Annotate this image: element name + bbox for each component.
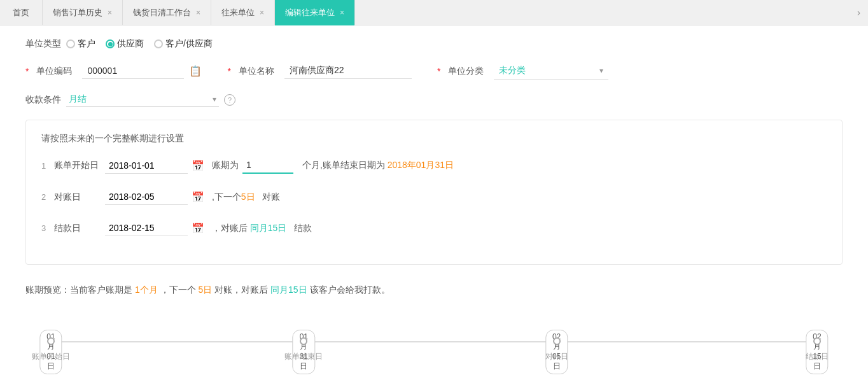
timeline-label-0: 账单开始日 bbox=[32, 351, 70, 362]
timeline-dot-1 bbox=[300, 337, 307, 345]
timeline: 01月01日 账单开始日 01月31日 账单结束日 02月05日 对账日 bbox=[25, 304, 843, 374]
unit-type-row: 单位类型 客户 供应商 客户/供应商 bbox=[25, 38, 843, 50]
tab-cash-work-label: 钱货日清工作台 bbox=[133, 7, 191, 18]
unit-code-group: * 单位编码 📋 bbox=[25, 63, 202, 79]
period-num-1: 1 bbox=[41, 161, 54, 171]
period-label-3: 结款日 bbox=[54, 223, 105, 234]
period-end-date: 2018年01月31日 bbox=[388, 160, 454, 171]
tab-sales-history-label: 销售订单历史 bbox=[53, 7, 102, 18]
unit-name-label: 单位名称 bbox=[239, 66, 274, 77]
radio-both[interactable]: 客户/供应商 bbox=[154, 38, 213, 50]
period-row-3: 3 结款日 📅 ，对账后 同月15日 结款 bbox=[41, 220, 827, 236]
tab-home-label: 首页 bbox=[13, 7, 29, 18]
unit-name-required: * bbox=[227, 66, 230, 76]
period-cal-1[interactable]: 📅 bbox=[192, 160, 204, 172]
summary-suffix: 该客户会给我打款。 bbox=[310, 285, 390, 295]
unit-code-icon[interactable]: 📋 bbox=[189, 65, 202, 77]
summary-highlight-2: 5日 bbox=[198, 285, 212, 295]
unit-category-arrow: ▾ bbox=[599, 66, 603, 75]
timeline-dot-0 bbox=[47, 337, 55, 345]
period-label-2: 对账日 bbox=[54, 192, 105, 203]
period-title: 请按照未来的一个完整帐期进行设置 bbox=[41, 133, 827, 144]
payment-terms-dropdown[interactable]: 月结 ▾ bbox=[66, 92, 219, 107]
tab-scroll-arrow[interactable]: › bbox=[850, 7, 868, 18]
unit-category-value: 未分类 bbox=[499, 65, 599, 76]
period-date-3[interactable] bbox=[105, 220, 188, 236]
tab-home[interactable]: 首页 bbox=[0, 0, 43, 25]
period-row-1: 1 账单开始日 📅 账期为 个月,账单结束日期为 2018年01月31日 bbox=[41, 157, 827, 174]
period-desc-1a: 账期为 bbox=[209, 160, 239, 171]
summary-bar: 账期预览：当前客户账期是 1个月 ，下一个 5日 对账，对账后 同月15日 该客… bbox=[25, 275, 843, 304]
tab-edit-partner[interactable]: 编辑往来单位 × bbox=[275, 0, 355, 25]
period-date-1[interactable] bbox=[105, 158, 188, 174]
payment-terms-row: 收款条件 月结 ▾ ? bbox=[25, 92, 843, 107]
unit-code-required: * bbox=[25, 66, 29, 76]
tab-bar: 首页 销售订单历史 × 钱货日清工作台 × 往来单位 × 编辑往来单位 × › bbox=[0, 0, 868, 25]
period-num-2: 2 bbox=[41, 192, 54, 202]
period-reconcile-highlight: 5日 bbox=[241, 192, 255, 203]
tab-edit-partner-close[interactable]: × bbox=[340, 8, 344, 17]
tab-sales-history-close[interactable]: × bbox=[108, 8, 112, 17]
unit-category-group: * 单位分类 未分类 ▾ bbox=[437, 62, 608, 80]
period-cal-3[interactable]: 📅 bbox=[192, 222, 204, 234]
tab-cash-work-close[interactable]: × bbox=[196, 8, 200, 17]
summary-prefix: 账期预览：当前客户账期是 bbox=[25, 285, 132, 295]
tab-partners[interactable]: 往来单位 × bbox=[211, 0, 275, 25]
unit-name-input[interactable] bbox=[284, 63, 412, 79]
summary-highlight-3: 同月15日 bbox=[270, 285, 307, 295]
timeline-line bbox=[51, 341, 817, 342]
period-label-1: 账单开始日 bbox=[54, 160, 105, 171]
period-months-input[interactable] bbox=[242, 157, 293, 174]
summary-mid-2: 对账，对账后 bbox=[214, 285, 268, 295]
timeline-label-3: 结款日 bbox=[806, 351, 829, 362]
payment-terms-help[interactable]: ? bbox=[224, 94, 235, 106]
summary-highlight-1: 1个月 bbox=[135, 285, 158, 295]
payment-terms-label: 收款条件 bbox=[25, 94, 61, 106]
radio-supplier-label: 供应商 bbox=[117, 38, 144, 50]
timeline-dot-3 bbox=[813, 337, 821, 345]
radio-both-label: 客户/供应商 bbox=[165, 38, 213, 50]
radio-customer-label: 客户 bbox=[78, 38, 95, 50]
unit-category-required: * bbox=[437, 66, 440, 76]
tab-cash-work[interactable]: 钱货日清工作台 × bbox=[123, 0, 211, 25]
period-desc-2a: ,下一个 bbox=[209, 192, 241, 203]
radio-supplier[interactable]: 供应商 bbox=[106, 38, 144, 50]
radio-customer[interactable]: 客户 bbox=[66, 38, 95, 50]
payment-terms-value: 月结 bbox=[69, 94, 213, 105]
radio-customer-circle bbox=[66, 39, 75, 48]
tab-partners-label: 往来单位 bbox=[221, 7, 255, 18]
main-content: 单位类型 客户 供应商 客户/供应商 * 单位编码 📋 * 单位名称 bbox=[0, 25, 868, 387]
period-desc-2b: 对账 bbox=[260, 192, 281, 203]
period-desc-3b: 结款 bbox=[291, 223, 312, 234]
unit-type-radio-group: 客户 供应商 客户/供应商 bbox=[66, 38, 213, 50]
unit-type-label: 单位类型 bbox=[25, 38, 61, 50]
period-desc-3a: ，对账后 bbox=[209, 223, 250, 234]
tab-sales-history[interactable]: 销售订单历史 × bbox=[43, 0, 123, 25]
payment-terms-arrow: ▾ bbox=[213, 95, 216, 104]
unit-info-row: * 单位编码 📋 * 单位名称 * 单位分类 未分类 ▾ bbox=[25, 62, 843, 80]
period-desc-1b: 个月,账单结束日期为 bbox=[302, 160, 388, 171]
period-payment-highlight: 同月15日 bbox=[250, 223, 287, 234]
unit-code-label: 单位编码 bbox=[36, 66, 72, 77]
timeline-label-1: 账单结束日 bbox=[284, 351, 323, 362]
unit-category-dropdown[interactable]: 未分类 ▾ bbox=[494, 62, 608, 80]
summary-mid-1: ，下一个 bbox=[160, 285, 196, 295]
radio-both-circle bbox=[154, 39, 163, 48]
period-date-2[interactable] bbox=[105, 189, 188, 205]
period-row-2: 2 对账日 📅 ,下一个 5日 对账 bbox=[41, 189, 827, 205]
tab-edit-partner-label: 编辑往来单位 bbox=[285, 7, 335, 18]
unit-code-input[interactable] bbox=[82, 63, 184, 79]
unit-category-label: 单位分类 bbox=[448, 66, 484, 77]
tab-partners-close[interactable]: × bbox=[260, 8, 264, 17]
period-cal-2[interactable]: 📅 bbox=[192, 191, 204, 203]
period-settings-box: 请按照未来的一个完整帐期进行设置 1 账单开始日 📅 账期为 个月,账单结束日期… bbox=[25, 120, 843, 265]
unit-name-group: * 单位名称 bbox=[227, 63, 411, 79]
radio-supplier-circle bbox=[106, 39, 115, 48]
timeline-label-2: 对账日 bbox=[545, 351, 568, 362]
timeline-dot-2 bbox=[553, 337, 561, 345]
period-num-3: 3 bbox=[41, 223, 54, 233]
